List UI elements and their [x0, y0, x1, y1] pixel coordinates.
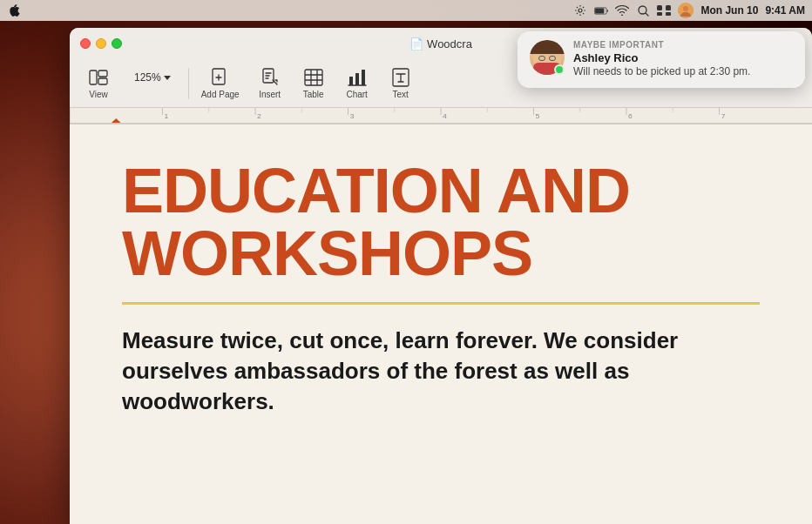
svg-rect-4 [657, 5, 662, 10]
window-title-text: Woodcra [427, 37, 472, 50]
document-content[interactable]: EDUCATION AND WORKSHOPS Measure twice, c… [70, 124, 812, 524]
svg-text:3: 3 [350, 112, 355, 120]
svg-rect-7 [666, 12, 671, 16]
settings-icon[interactable] [573, 3, 587, 17]
search-icon[interactable] [636, 3, 650, 17]
toolbar-view-button[interactable]: View [77, 64, 120, 103]
avatar-glasses-right [549, 56, 556, 61]
document-icon: 📄 [409, 37, 423, 50]
toolbar-add-page-button[interactable]: Add Page [193, 64, 248, 103]
toolbar-text-button[interactable]: Text [379, 64, 423, 103]
desktop: Mon Jun 10 9:41 AM 📄 Woodcra [0, 0, 812, 524]
svg-text:4: 4 [443, 112, 447, 120]
text-icon [390, 67, 411, 88]
toolbar-insert-button[interactable]: Insert [248, 64, 292, 103]
document-body: Measure twice, cut once, learn forever. … [122, 326, 760, 417]
notification-banner[interactable]: MAYBE IMPORTANT Ashley Rico Will needs t… [518, 31, 805, 88]
traffic-lights [80, 38, 122, 49]
ruler-svg: 1 2 3 4 5 6 [70, 108, 812, 124]
menubar-time: 9:41 AM [765, 4, 805, 17]
svg-text:6: 6 [628, 112, 633, 120]
text-label: Text [392, 90, 408, 99]
menubar-right: Mon Jun 10 9:41 AM [573, 3, 805, 18]
user-avatar-icon[interactable] [678, 3, 694, 18]
insert-label: Insert [259, 90, 281, 99]
notif-content: MAYBE IMPORTANT Ashley Rico Will needs t… [573, 40, 793, 79]
ruler: 1 2 3 4 5 6 [70, 108, 812, 124]
avatar-glasses-left [538, 56, 545, 61]
pages-window: 📄 Woodcra View [70, 28, 812, 524]
menubar-left [7, 3, 21, 17]
svg-text:1: 1 [165, 112, 169, 120]
svg-rect-6 [657, 12, 662, 16]
zoom-control[interactable]: 125% [129, 68, 176, 87]
notif-online-dot [554, 64, 565, 75]
svg-text:5: 5 [536, 112, 540, 120]
svg-text:7: 7 [721, 112, 726, 120]
add-page-icon [210, 67, 231, 88]
minimize-button[interactable] [96, 38, 106, 49]
table-icon [303, 67, 324, 88]
close-button[interactable] [80, 38, 91, 49]
svg-rect-12 [98, 78, 107, 84]
toolbar-divider-1 [188, 68, 189, 99]
notif-category: MAYBE IMPORTANT [573, 40, 793, 50]
svg-rect-11 [98, 71, 107, 77]
svg-rect-17 [355, 73, 359, 85]
wifi-icon [615, 3, 629, 17]
document-divider [122, 302, 760, 305]
apple-menu[interactable] [7, 3, 21, 17]
control-center-icon[interactable] [657, 3, 671, 17]
svg-text:2: 2 [257, 112, 261, 120]
toolbar-zoom-button[interactable]: 125% z [120, 64, 185, 102]
battery-icon [594, 3, 608, 17]
toolbar-table-button[interactable]: Table [292, 64, 335, 103]
chart-label: Chart [346, 90, 367, 99]
svg-rect-10 [90, 71, 97, 84]
insert-icon [260, 67, 281, 88]
menubar-datetime: Mon Jun 10 [700, 4, 758, 17]
chevron-down-icon [164, 76, 171, 80]
maximize-button[interactable] [112, 38, 122, 49]
avatar-hair [530, 40, 565, 54]
view-icon [88, 67, 109, 88]
svg-rect-2 [595, 8, 604, 13]
menubar: Mon Jun 10 9:41 AM [0, 0, 812, 21]
svg-rect-5 [666, 5, 671, 10]
notif-avatar-container [530, 40, 565, 75]
svg-rect-16 [349, 77, 353, 85]
svg-rect-15 [305, 70, 322, 85]
chart-icon [347, 67, 368, 88]
document-heading: EDUCATION AND WORKSHOPS [122, 159, 760, 285]
table-label: Table [303, 90, 324, 99]
view-label: View [89, 90, 108, 99]
notif-sender: Ashley Rico [573, 51, 793, 64]
svg-rect-18 [362, 70, 365, 85]
notif-message: Will needs to be picked up at 2:30 pm. [573, 65, 793, 79]
add-page-label: Add Page [201, 90, 240, 99]
svg-point-9 [683, 6, 688, 11]
window-title: 📄 Woodcra [409, 37, 472, 50]
svg-point-0 [579, 9, 582, 12]
toolbar-chart-button[interactable]: Chart [335, 64, 379, 103]
zoom-value: 125% [134, 71, 161, 84]
